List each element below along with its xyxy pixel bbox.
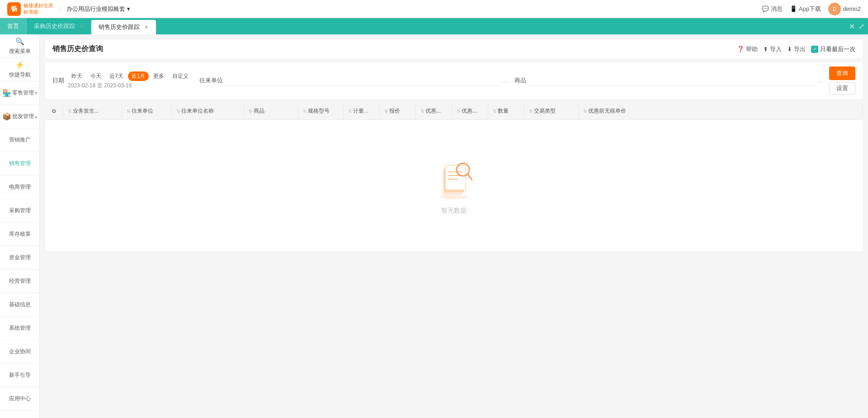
logo-icon: 畅 [7, 2, 21, 16]
tab-sales-close[interactable]: ✕ [144, 24, 148, 30]
filter-actions: 查询 设置 [829, 66, 855, 95]
sales-history-label: 销售历史价跟踪 [99, 23, 140, 31]
sidebar-item-label: 基础信息 [9, 301, 31, 309]
th-partner-code[interactable]: ⇅ 往来单位 [122, 104, 172, 119]
tab-home[interactable]: 首页 [0, 18, 27, 34]
app-name: 办公用品行业模拟账套 [66, 5, 125, 13]
th-discount2[interactable]: ⇅ 优惠... [452, 104, 488, 119]
sidebar-item-base[interactable]: 基础信息 [0, 293, 39, 317]
app-selector[interactable]: 办公用品行业模拟账套 ▾ [61, 5, 130, 13]
sidebar-item-retail[interactable]: 🏪 零售管理 ▾ [0, 81, 39, 105]
sidebar-item-inventory[interactable]: 库存核算 [0, 223, 39, 246]
purchase-history-label: 采购历史价跟踪 [34, 22, 75, 30]
product-filter-field: 商品 ... [514, 75, 822, 86]
message-btn[interactable]: 💬 消息 [762, 5, 783, 13]
settings-button[interactable]: 设置 [829, 82, 855, 95]
sidebar-item-system[interactable]: 系统管理 [0, 317, 39, 340]
date-label: 日期 [52, 76, 64, 85]
sidebar-item-quick-nav[interactable]: ⚡ 快捷导航 [0, 58, 39, 81]
download-icon: 📱 [790, 5, 797, 12]
data-table: ⚙ ⇅ 业务发生... ⇅ 往来单位 ⇅ 往来单位名称 ⇅ 商品 [45, 103, 863, 251]
partner-label: 往来单位 [199, 76, 223, 85]
product-input[interactable] [529, 75, 814, 86]
export-icon: ⬇ [787, 46, 792, 52]
th-no-tax-price[interactable]: ⇅ 优惠前无税单价 [579, 104, 863, 119]
sidebar-item-label: 采购管理 [9, 207, 31, 214]
th-partner-name[interactable]: ⇅ 往来单位名称 [172, 104, 244, 119]
chevron-down-icon: ▾ [127, 5, 130, 12]
title-actions: ❓ 帮助 ⬆ 导入 ⬇ 导出 ✓ 只看最后一次 [737, 45, 855, 53]
date-btn-last7[interactable]: 近7天 [106, 71, 127, 81]
sidebar-item-sales[interactable]: 销售管理 [0, 152, 39, 176]
username: demo2 [843, 5, 861, 12]
sidebar-item-wholesale[interactable]: 📦 批发管理 ▴ [0, 105, 39, 128]
query-button[interactable]: 查询 [829, 66, 855, 80]
sidebar-item-label: 新手引导 [9, 371, 31, 379]
sidebar-item-ecommerce[interactable]: 电商管理 [0, 176, 39, 199]
sidebar-item-finance[interactable]: 资金管理 [0, 246, 39, 270]
sidebar-item-label: 搜索菜单 [9, 48, 31, 55]
th-unit[interactable]: ⇅ 计量... [344, 104, 380, 119]
tab-purchase-close[interactable]: ✕ [80, 24, 84, 29]
user-area[interactable]: D demo2 [828, 3, 861, 15]
sidebar-item-label: 销售管理 [9, 160, 31, 167]
only-last-checkbox[interactable]: ✓ 只看最后一次 [811, 45, 855, 53]
svg-line-8 [467, 174, 472, 180]
sidebar-item-guide[interactable]: 新手引导 [0, 364, 39, 387]
sort-icon: ⇅ [249, 109, 252, 114]
filter-bar: 日期 昨天 今天 近7天 近1月 更多 自定义 2023-02-18 至 202… [45, 62, 863, 99]
date-btn-yesterday[interactable]: 昨天 [68, 71, 86, 81]
date-btn-custom[interactable]: 自定义 [169, 71, 192, 81]
th-trade-type[interactable]: ⇅ 交易类型 [524, 104, 579, 119]
sidebar-item-marketing[interactable]: 营销推广 [0, 128, 39, 152]
help-btn[interactable]: ❓ 帮助 [737, 45, 758, 53]
th-quote[interactable]: ⇅ 报价 [380, 104, 416, 119]
sort-icon: ⇅ [420, 109, 424, 114]
partner-input[interactable] [226, 75, 499, 86]
sidebar-item-label: 企业协同 [9, 348, 31, 356]
tab-expand-icon[interactable]: ⤢ [859, 22, 864, 31]
tab-close-all-icon[interactable]: ✕ [849, 22, 855, 31]
app-download-btn[interactable]: 📱 App下载 [790, 5, 821, 13]
quick-nav-icon: ⚡ [15, 61, 24, 69]
sidebar-item-enterprise[interactable]: 企业协同 [0, 340, 39, 364]
chevron-icon: ▴ [35, 114, 37, 119]
th-settings[interactable]: ⚙ [45, 104, 63, 118]
sidebar-item-label: 零售管理 [12, 89, 34, 97]
th-qty[interactable]: ⇅ 数量 [488, 104, 524, 119]
empty-image [431, 156, 476, 201]
home-label: 首页 [7, 22, 19, 30]
import-btn[interactable]: ⬆ 导入 [763, 45, 782, 53]
sort-icon: ⇅ [384, 109, 388, 114]
date-btn-last1m[interactable]: 近1月 [128, 71, 149, 81]
svg-rect-3 [445, 165, 466, 190]
date-btn-today[interactable]: 今天 [87, 71, 105, 81]
date-btn-more[interactable]: 更多 [150, 71, 168, 81]
date-options: 昨天 今天 近7天 近1月 更多 自定义 [68, 71, 192, 81]
date-filter-group: 日期 昨天 今天 近7天 近1月 更多 自定义 2023-02-18 至 202… [52, 71, 192, 90]
th-biz-date[interactable]: ⇅ 业务发生... [63, 104, 122, 119]
sidebar-item-label: 经营管理 [9, 277, 31, 285]
sidebar-item-operations[interactable]: 经营管理 [0, 270, 39, 293]
sort-icon: ⇅ [303, 109, 307, 114]
sidebar-item-wechat[interactable]: 企业微信 [0, 411, 39, 418]
import-icon: ⬆ [763, 46, 768, 52]
sidebar: 🔍 搜索菜单 ⚡ 快捷导航 🏪 零售管理 ▾ 📦 批发管理 ▴ 营销推广 销售管… [0, 34, 40, 418]
retail-icon: 🏪 [2, 89, 11, 97]
th-spec[interactable]: ⇅ 规格型号 [298, 104, 344, 119]
sidebar-item-purchase[interactable]: 采购管理 [0, 199, 39, 223]
tab-sales-history[interactable]: 销售历史价跟踪 ✕ [91, 20, 156, 34]
export-btn[interactable]: ⬇ 导出 [787, 45, 806, 53]
sort-icon: ⇅ [176, 109, 180, 114]
sidebar-item-search[interactable]: 🔍 搜索菜单 [0, 34, 39, 58]
sidebar-item-apps[interactable]: 应用中心 [0, 387, 39, 411]
sidebar-item-label: 应用中心 [9, 395, 31, 403]
tab-purchase-history[interactable]: 采购历史价跟踪 ✕ [27, 18, 91, 34]
search-icon: 🔍 [15, 37, 24, 46]
th-discount1[interactable]: ⇅ 优惠... [416, 104, 452, 119]
main-layout: 🔍 搜索菜单 ⚡ 快捷导航 🏪 零售管理 ▾ 📦 批发管理 ▴ 营销推广 销售管… [0, 34, 868, 418]
page-title-bar: 销售历史价查询 ❓ 帮助 ⬆ 导入 ⬇ 导出 ✓ 只看最后一次 [45, 40, 863, 58]
sidebar-item-label: 电商管理 [9, 183, 31, 191]
page-title: 销售历史价查询 [52, 44, 103, 54]
th-product[interactable]: ⇅ 商品 [244, 104, 298, 119]
